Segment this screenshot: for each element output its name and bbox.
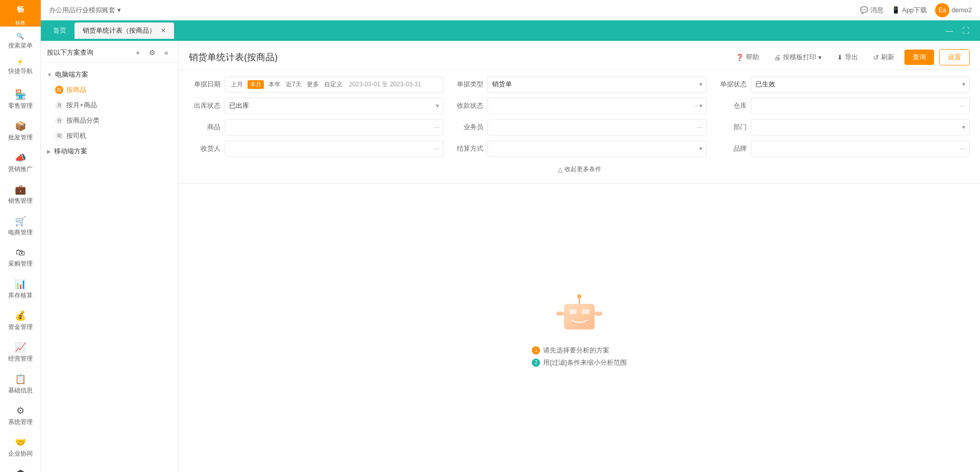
tree-group-desktop-header[interactable]: ▼ 电脑端方案 [41,67,178,82]
payment-label: 结算方式 [452,144,487,153]
page-title: 销货单统计表(按商品) [189,51,278,63]
refresh-label: 刷新 [881,53,894,62]
print-btn[interactable]: 🖨 按模板打印 ▾ [769,51,827,64]
receiver-control[interactable]: ··· [225,140,444,157]
message-icon: 💬 [860,6,868,14]
refresh-btn[interactable]: ↺ 刷新 [868,51,899,64]
right-panel: 销货单统计表(按商品) ❓ 帮助 🖨 按模板打印 ▾ ⬇ 导出 [179,41,980,472]
doc-status-value: 已生效 [755,80,962,89]
left-panel-title: 按以下方案查询 [47,48,128,57]
svg-rect-7 [556,312,564,316]
brand-control[interactable]: ··· [751,140,970,157]
help-label: 帮助 [746,53,759,62]
svg-rect-4 [582,309,590,314]
add-scheme-btn[interactable]: + [132,47,143,58]
product-control[interactable]: ··· [225,119,444,135]
doc-status-dropdown-icon[interactable]: ▾ [962,81,965,88]
tree-group-mobile-header[interactable]: ▶ 移动端方案 [41,144,178,159]
guide-icon: 🎓 [15,468,26,472]
payment-control[interactable]: ▾ [487,140,706,157]
app-logo[interactable]: 畅 标账 [0,0,41,27]
sidebar-search[interactable]: 🔍 搜索菜单 [8,27,33,54]
sidebar-item-ecommerce[interactable]: 🛒 电商管理 [0,210,41,242]
sales-icon: 💼 [15,184,26,195]
payment-dropdown-icon[interactable]: ▾ [699,145,702,152]
tree-item-by-product-label: 按商品 [66,85,86,95]
warehouse-control[interactable]: ··· [751,98,970,114]
sidebar-item-wholesale[interactable]: 📦 批发管理 [0,115,41,147]
sidebar-item-purchase[interactable]: 🛍 采购管理 [0,242,41,273]
dept-dropdown-icon[interactable]: ▾ [962,124,965,131]
tab-maximize-btn[interactable]: ⛶ [960,25,972,37]
tree-item-by-driver[interactable]: 司 按司机 [41,128,178,144]
sidebar-item-sales[interactable]: 💼 销售管理 [0,179,41,210]
tree-item-by-month-icon: 月 [55,101,63,109]
filter-row-3: 商品 ··· 业务员 ··· 部门 [189,119,970,135]
dept-control[interactable]: ▾ [751,119,970,135]
left-panel-header: 按以下方案查询 + ⚙ « [41,41,178,63]
date-more-btn[interactable]: 更多 [307,80,319,89]
recv-status-control[interactable]: ··· ▾ [487,98,706,114]
date-control: 上月 本月 本年 近7天 更多 自定义 2023-03-01 至 2023-03… [225,76,444,92]
date-custom-btn[interactable]: 自定义 [324,80,342,89]
out-status-dropdown-icon[interactable]: ▾ [436,102,439,109]
sidebar-item-basic[interactable]: 📋 基础信息 [0,368,41,400]
settings-scheme-btn[interactable]: ⚙ [146,47,158,58]
product-more-icon[interactable]: ··· [434,124,439,131]
query-btn[interactable]: 查询 [904,50,934,65]
message-btn[interactable]: 💬 消息 [860,6,884,15]
main-body: 1 请先选择要分析的方案 2 用[过滤]条件来缩小分析范围 [179,183,980,472]
tree-group-desktop-label: 电脑端方案 [55,70,88,79]
salesperson-more-icon[interactable]: ··· [697,124,702,131]
date-last7-btn[interactable]: 近7天 [286,80,302,89]
filter-date-field: 单据日期 上月 本月 本年 近7天 更多 自定义 2023-03-01 至 20… [189,76,444,92]
sidebar-item-marketing[interactable]: 📣 营销推广 [0,147,41,179]
collapse-filters-btn[interactable]: △ 收起更多条件 [189,162,970,177]
tip-num-1: 1 [532,346,540,355]
enterprise-icon: 🤝 [15,437,26,448]
doc-status-label: 单据状态 [715,80,751,89]
date-this-month-btn[interactable]: 本月 [248,80,264,89]
topbar: 办公用品行业模拟账套 ▾ 💬 消息 📱 App下载 Ea demo2 [41,0,980,20]
doc-type-control[interactable]: 销货单 ▾ [487,76,706,92]
tab-home[interactable]: 首页 [45,22,75,39]
app-download-btn[interactable]: 📱 App下载 [892,6,927,15]
industry-selector[interactable]: 办公用品行业模拟账套 ▾ [49,6,121,15]
content-area: 按以下方案查询 + ⚙ « ▼ 电脑端方案 按 按商品 [41,41,980,472]
tab-close-btn[interactable]: ✕ [161,27,166,34]
tree-item-by-category[interactable]: 分 按商品分类 [41,113,178,128]
filter-recv-status-field: 收款状态 ··· ▾ [452,98,706,114]
settings-btn[interactable]: 设置 [939,49,970,65]
sidebar-item-retail[interactable]: 🏪 零售管理 [0,84,41,115]
print-dropdown-icon: ▾ [818,54,822,61]
date-this-year-btn[interactable]: 本年 [268,80,281,89]
tree-item-by-product[interactable]: 按 按商品 [41,82,178,98]
topbar-left: 办公用品行业模拟账套 ▾ [49,6,121,15]
help-btn[interactable]: ❓ 帮助 [730,51,764,64]
export-btn[interactable]: ⬇ 导出 [832,51,863,64]
sidebar-item-finance[interactable]: 💰 资金管理 [0,305,41,337]
date-last-month-btn[interactable]: 上月 [231,80,243,89]
salesperson-control[interactable]: ··· [487,119,706,135]
doc-status-control[interactable]: 已生效 ▾ [751,76,970,92]
tree-item-by-month-product[interactable]: 月 按月+商品 [41,98,178,113]
sidebar-item-enterprise[interactable]: 🤝 企业协同 [0,432,41,463]
out-status-control[interactable]: 已出库 ▾ [225,98,444,114]
recv-status-more-icon[interactable]: ··· [694,102,699,109]
receiver-more-icon[interactable]: ··· [434,145,439,152]
warehouse-more-icon[interactable]: ··· [960,102,965,109]
sidebar-item-guide[interactable]: 🎓 新手引导 [0,463,41,472]
user-menu[interactable]: Ea demo2 [935,3,972,17]
collapse-panel-btn[interactable]: « [161,47,172,58]
tree-group-mobile-label: 移动端方案 [54,147,87,156]
sidebar-item-operations[interactable]: 📈 经营管理 [0,337,41,368]
sidebar-quick-nav[interactable]: ⚡ 快捷导航 [8,54,33,80]
recv-status-dropdown-icon[interactable]: ▾ [699,102,702,109]
sidebar-item-inventory[interactable]: 📊 库存核算 [0,273,41,305]
brand-more-icon[interactable]: ··· [960,145,965,152]
tab-minimize-btn[interactable]: — [943,25,955,37]
tab-sales-stats[interactable]: 销货单统计表（按商品） ✕ [75,22,174,39]
sidebar-item-system[interactable]: ⚙ 系统管理 [0,400,41,432]
doc-type-dropdown-icon[interactable]: ▾ [699,81,702,88]
operations-icon: 📈 [15,342,26,353]
